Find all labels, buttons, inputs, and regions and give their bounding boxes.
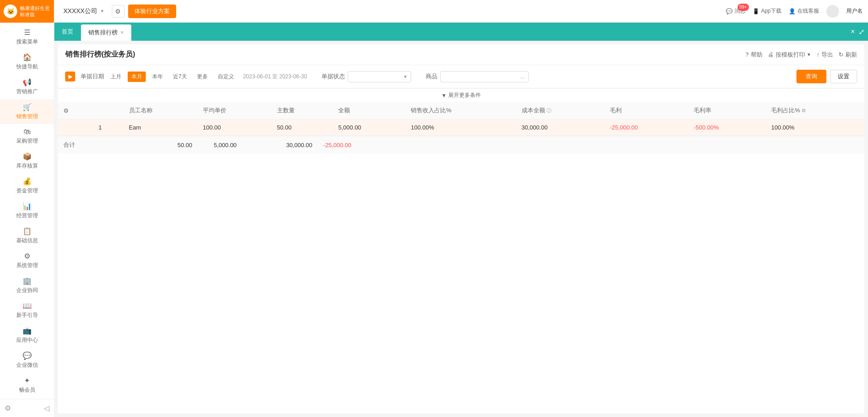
help-button[interactable]: ? 帮助 bbox=[745, 51, 762, 59]
help-icon: ? bbox=[745, 51, 748, 58]
message-button[interactable]: 💬 消息 99+ bbox=[726, 7, 745, 15]
status-select-wrapper: ▼ bbox=[348, 71, 411, 82]
cell-sales-pct: 100.00% bbox=[405, 120, 516, 136]
footer-cost: 30,000.00 bbox=[281, 142, 318, 149]
sidebar-item-guide[interactable]: 📖 新手引导 bbox=[0, 298, 54, 323]
app-download-button[interactable]: 📱 App下载 bbox=[753, 7, 782, 15]
avatar[interactable] bbox=[826, 5, 839, 18]
refresh-button[interactable]: ↻ 刷新 bbox=[839, 51, 857, 59]
purchase-icon: 🛍 bbox=[24, 128, 31, 136]
export-button[interactable]: ↑ 导出 bbox=[817, 51, 834, 59]
sidebar-item-marketing[interactable]: 📢 营销推广 bbox=[0, 74, 54, 99]
sidebar-item-finance[interactable]: 💰 资金管理 bbox=[0, 173, 54, 198]
print-dropdown-icon: ▼ bbox=[807, 52, 811, 57]
cell-name: Eam bbox=[124, 120, 197, 136]
col-avg-price: 平均单价 bbox=[197, 102, 271, 120]
sidebar-item-operations[interactable]: 📊 经营管理 bbox=[0, 198, 54, 223]
sidebar-item-wechat[interactable]: 💬 企业微信 bbox=[0, 348, 54, 373]
finance-icon: 💰 bbox=[23, 177, 32, 186]
filter-arrow-button[interactable]: ▶ bbox=[65, 72, 75, 81]
tab-close-icon[interactable]: × bbox=[120, 29, 124, 36]
online-service-button[interactable]: 👤 在线客服 bbox=[789, 7, 819, 15]
status-select[interactable] bbox=[348, 71, 411, 82]
data-table: ⚙ 员工名称 平均单价 主数量 全额 销售收入占比% 成本全额 ⓘ bbox=[58, 102, 864, 136]
sidebar-item-sales[interactable]: 🛒 销售管理 bbox=[0, 99, 54, 124]
operations-icon: 📊 bbox=[23, 202, 32, 211]
footer-empty2 bbox=[136, 142, 172, 149]
status-filter-group: 单据状态 ▼ bbox=[321, 71, 411, 82]
table-header-row: ⚙ 员工名称 平均单价 主数量 全额 销售收入占比% 成本全额 ⓘ bbox=[58, 102, 864, 120]
guide-icon: 📖 bbox=[23, 302, 32, 310]
sidebar-item-search[interactable]: ☰ 搜索菜单 bbox=[0, 24, 54, 49]
cell-rank: 1 bbox=[93, 120, 123, 136]
col-amount: 全额 bbox=[333, 102, 405, 120]
settings-col-icon: ⚙ bbox=[63, 107, 69, 114]
sidebar-collapse-icon[interactable]: ◁ bbox=[44, 404, 49, 412]
cost-info-icon[interactable]: ⓘ bbox=[547, 108, 551, 113]
company-name: XXXXX公司 bbox=[63, 7, 97, 15]
top-bar-right: 💬 消息 99+ 📱 App下载 👤 在线客服 用户名 bbox=[726, 5, 863, 18]
footer-values: 50.00 5,000.00 30,000.00 -25,000.00 bbox=[100, 142, 859, 149]
date-filter-group: 单据日期 上月 本月 本年 近7天 更多 自定义 2023-06-01 至 20… bbox=[81, 72, 307, 82]
goods-input-wrapper: ... bbox=[440, 71, 529, 82]
message-badge: 99+ bbox=[738, 4, 749, 11]
col-quantity: 主数量 bbox=[272, 102, 333, 120]
date-prev-month[interactable]: 上月 bbox=[107, 72, 125, 82]
date-filter-label: 单据日期 bbox=[81, 72, 104, 81]
company-settings-button[interactable]: ⚙ bbox=[112, 5, 125, 18]
date-range-display: 2023-06-01 至 2023-06-30 bbox=[243, 73, 307, 81]
goods-more-icon[interactable]: ... bbox=[520, 73, 525, 80]
wechat-icon: 💬 bbox=[23, 351, 32, 360]
filter-action-group: 查询 设置 bbox=[796, 70, 857, 83]
sidebar-item-inventory[interactable]: 📦 库存核算 bbox=[0, 149, 54, 173]
top-bar: XXXXX公司 ▼ ⚙ 体验行业方案 💬 消息 99+ 📱 App下载 👤 在线… bbox=[54, 0, 868, 23]
cell-gross-margin: -500.00% bbox=[688, 120, 766, 136]
query-button[interactable]: 查询 bbox=[796, 70, 826, 83]
basicinfo-icon: 📋 bbox=[23, 227, 32, 235]
goods-filter-label: 商品 bbox=[426, 72, 437, 81]
expand-more-button[interactable]: ▼ 展开更多条件 bbox=[58, 88, 864, 102]
footer-gross-profit: -25,000.00 bbox=[318, 142, 357, 149]
tab-sales-ranking[interactable]: 销售排行榜 × bbox=[81, 24, 131, 41]
table-footer: 合计 50.00 5,000.00 30,000.00 -25,000.00 bbox=[58, 136, 864, 153]
window-maximize-icon[interactable]: ⤢ bbox=[858, 28, 864, 36]
sidebar-item-member[interactable]: ✦ 畅会员 bbox=[0, 373, 54, 398]
export-icon: ↑ bbox=[817, 51, 820, 58]
company-dropdown-icon: ▼ bbox=[100, 9, 105, 14]
username-label[interactable]: 用户名 bbox=[846, 7, 863, 15]
template-print-button[interactable]: 🖨 按模板打印 ▼ bbox=[768, 51, 811, 59]
system-icon: ⚙ bbox=[24, 252, 30, 260]
window-close-icon[interactable]: × bbox=[851, 28, 855, 36]
table-wrapper: ⚙ 员工名称 平均单价 主数量 全额 销售收入占比% 成本全额 ⓘ bbox=[58, 102, 864, 136]
sidebar-item-appcenter[interactable]: 📺 应用中心 bbox=[0, 323, 54, 348]
download-icon: 📱 bbox=[753, 8, 759, 14]
sidebar-item-enterprise[interactable]: 🏢 企业协同 bbox=[0, 273, 54, 298]
footer-empty1 bbox=[100, 142, 136, 149]
date-this-month[interactable]: 本月 bbox=[128, 72, 146, 82]
sidebar-item-basicinfo[interactable]: 📋 基础信息 bbox=[0, 223, 54, 248]
sidebar-settings-icon[interactable]: ⚙ bbox=[5, 404, 11, 412]
col-gross-margin: 毛利率 bbox=[688, 102, 766, 120]
cell-avg-price: 100.00 bbox=[197, 120, 271, 136]
page-title: 销售排行榜(按业务员) bbox=[65, 50, 135, 59]
date-more[interactable]: 更多 bbox=[193, 72, 211, 82]
tab-home[interactable]: 首页 bbox=[54, 23, 81, 41]
page-header: 销售排行榜(按业务员) ? 帮助 🖨 按模板打印 ▼ ↑ 导出 bbox=[58, 44, 864, 65]
sidebar-item-quicknav[interactable]: 🏠 快捷导航 bbox=[0, 49, 54, 74]
trial-button[interactable]: 体验行业方案 bbox=[128, 5, 176, 18]
date-last-7[interactable]: 近7天 bbox=[169, 72, 191, 82]
sidebar-item-system[interactable]: ⚙ 系统管理 bbox=[0, 248, 54, 273]
date-this-year[interactable]: 本年 bbox=[149, 72, 167, 82]
company-selector[interactable]: XXXXX公司 ▼ bbox=[60, 5, 108, 17]
col-gross-profit: 毛利 bbox=[604, 102, 688, 120]
sidebar-item-purchase[interactable]: 🛍 采购管理 bbox=[0, 124, 54, 149]
grosspct-info-icon[interactable]: ⚙ bbox=[801, 108, 806, 113]
gear-icon: ⚙ bbox=[115, 8, 121, 15]
settings-button[interactable]: 设置 bbox=[830, 70, 857, 83]
page-inner: 销售排行榜(按业务员) ? 帮助 🖨 按模板打印 ▼ ↑ 导出 bbox=[58, 44, 864, 413]
cell-quantity: 50.00 bbox=[272, 120, 333, 136]
print-icon: 🖨 bbox=[768, 51, 774, 58]
col-settings[interactable]: ⚙ bbox=[58, 102, 93, 120]
date-custom[interactable]: 自定义 bbox=[214, 72, 238, 82]
goods-input[interactable] bbox=[444, 73, 520, 80]
